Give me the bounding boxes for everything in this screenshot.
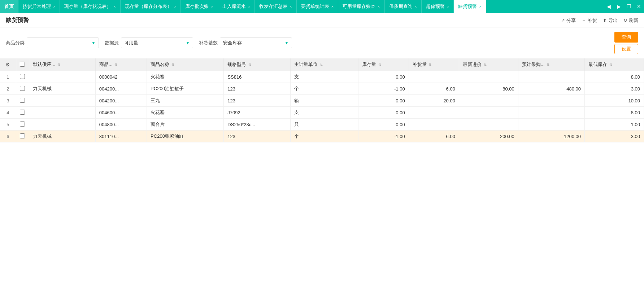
sort-icon-min-stock: ⇅ [609, 63, 612, 67]
sort-icon-unit: ⇅ [320, 63, 323, 67]
nav-tab-8[interactable]: 可用量库存账本 × [338, 0, 384, 13]
table-row: 1 0000042 火花塞 SS816 支 0.00 8.00 [0, 71, 644, 83]
column-gear[interactable]: ⚙ [0, 58, 16, 71]
replenish-basis-filter: 补货基数 安全库存 ▼ [199, 37, 292, 48]
product-category-select[interactable]: ▼ [27, 37, 99, 48]
row-product-name-1: 火花塞 [147, 71, 224, 83]
column-default-supplier: 默认供应... ⇅ [29, 58, 95, 71]
nav-tab-2[interactable]: 现存量（库存状况表） × [60, 0, 120, 13]
row-min-stock-3: 10.00 [585, 95, 644, 107]
data-source-arrow-icon: ▼ [186, 40, 190, 45]
settings-button[interactable]: 设置 [614, 44, 638, 54]
sort-icon-replenish: ⇅ [428, 63, 431, 67]
nav-tab-home[interactable]: 首页 [0, 0, 18, 13]
column-min-stock: 最低库存 ⇅ [585, 58, 644, 71]
row-number-5: 5 [0, 119, 16, 131]
sort-icon-stock: ⇅ [378, 63, 381, 67]
row-number-6: 6 [0, 131, 16, 142]
row-supplier-4 [29, 107, 95, 119]
data-source-value: 可用量 [124, 40, 138, 46]
row-spec-4: J7092 [224, 107, 291, 119]
nav-tab-9[interactable]: 保质期查询 × [385, 0, 422, 13]
replenish-icon: ＋ [582, 17, 586, 24]
close-tab-11-icon[interactable]: × [479, 4, 481, 9]
replenish-basis-select[interactable]: 安全库存 ▼ [220, 37, 292, 48]
row-number-2: 2 [0, 83, 16, 95]
product-category-label: 商品分类 [6, 40, 25, 46]
nav-tab-3[interactable]: 现存量（库存分布表） × [121, 0, 181, 13]
close-tab-3-icon[interactable]: × [174, 4, 176, 9]
row-select-checkbox-1[interactable] [20, 74, 25, 79]
row-select-checkbox-6[interactable] [20, 133, 25, 138]
nav-prev-button[interactable]: ◀ [604, 0, 614, 13]
row-select-checkbox-2[interactable] [20, 86, 25, 91]
close-tab-1-icon[interactable]: × [53, 4, 55, 9]
table-row: 5 004800... 离合片 DS250*23c... 只 0.00 1.00 [0, 119, 644, 131]
row-checkbox-2 [16, 83, 29, 95]
nav-tab-1[interactable]: 拣货异常处理 × [18, 0, 60, 13]
row-latest-price-5 [459, 119, 518, 131]
close-tab-7-icon[interactable]: × [331, 4, 334, 9]
export-action[interactable]: ⬆ 导出 [603, 17, 618, 24]
nav-restore-button[interactable]: ❐ [624, 0, 634, 13]
nav-tab-6[interactable]: 收发存汇总表 × [255, 0, 296, 13]
row-product-code-2: 004200... [95, 83, 147, 95]
close-tab-2-icon[interactable]: × [113, 4, 116, 9]
row-min-stock-1: 8.00 [585, 71, 644, 83]
gear-icon: ⚙ [5, 62, 10, 67]
nav-next-button[interactable]: ▶ [614, 0, 624, 13]
sort-icon-name: ⇅ [171, 63, 174, 67]
header-actions: ↗ 分享 ＋ 补货 ⬆ 导出 ↻ 刷新 [561, 17, 638, 24]
nav-tab-11[interactable]: 缺货预警 × [454, 0, 486, 13]
close-tab-10-icon[interactable]: × [447, 4, 449, 9]
sort-icon-estimated: ⇅ [547, 63, 549, 67]
row-estimated-purchase-3 [518, 95, 584, 107]
row-stock-3: 0.00 [358, 95, 409, 107]
column-spec: 规格型号 ⇅ [224, 58, 291, 71]
nav-tab-10[interactable]: 超储预警 × [422, 0, 454, 13]
row-spec-3: 123 [224, 95, 291, 107]
row-spec-2: 123 [224, 83, 291, 95]
nav-tab-4[interactable]: 库存批次账 × [181, 0, 218, 13]
close-tab-8-icon[interactable]: × [378, 4, 380, 9]
table-row: 2 力天机械 004200... PC200油缸缸子 123 个 -1.00 6… [0, 83, 644, 95]
row-latest-price-2: 80.00 [459, 83, 518, 95]
page-header: 缺货预警 ↗ 分享 ＋ 补货 ⬆ 导出 ↻ 刷新 [0, 13, 644, 27]
row-select-checkbox-4[interactable] [20, 110, 25, 115]
row-product-name-2: PC200油缸缸子 [147, 83, 224, 95]
column-estimated-purchase: 预计采购... ⇅ [518, 58, 584, 71]
row-estimated-purchase-4 [518, 107, 584, 119]
close-tab-5-icon[interactable]: × [248, 4, 250, 9]
table-header-row: ⚙ 默认供应... ⇅ 商品... ⇅ 商品名称 ⇅ [0, 58, 644, 71]
row-supplier-6: 力天机械 [29, 131, 95, 142]
row-product-name-6: PC200张紧油缸 [147, 131, 224, 142]
row-unit-2: 个 [290, 83, 358, 95]
row-select-checkbox-5[interactable] [20, 122, 25, 127]
row-replenish-qty-5 [409, 119, 459, 131]
replenish-basis-arrow-icon: ▼ [284, 40, 289, 45]
row-replenish-qty-1 [409, 71, 459, 83]
nav-tab-5[interactable]: 出入库流水 × [218, 0, 255, 13]
row-stock-5: 0.00 [358, 119, 409, 131]
row-latest-price-6: 200.00 [459, 131, 518, 142]
nav-tab-7[interactable]: 要货单统计表 × [297, 0, 338, 13]
row-unit-6: 个 [290, 131, 358, 142]
row-estimated-purchase-1 [518, 71, 584, 83]
refresh-action[interactable]: ↻ 刷新 [623, 17, 638, 24]
row-product-name-4: 火花塞 [147, 107, 224, 119]
share-action[interactable]: ↗ 分享 [561, 17, 576, 24]
select-all-checkbox[interactable] [20, 62, 25, 67]
query-button[interactable]: 查询 [614, 32, 638, 43]
data-source-select[interactable]: 可用量 ▼ [121, 37, 193, 48]
close-tab-4-icon[interactable]: × [211, 4, 213, 9]
replenish-action[interactable]: ＋ 补货 [582, 17, 597, 24]
row-replenish-qty-6: 6.00 [409, 131, 459, 142]
nav-close-button[interactable]: ✕ [634, 0, 644, 13]
row-replenish-qty-4 [409, 107, 459, 119]
row-select-checkbox-3[interactable] [20, 98, 25, 103]
close-tab-9-icon[interactable]: × [415, 4, 417, 9]
nav-arrows: ◀ ▶ ❐ ✕ [604, 0, 644, 13]
close-tab-6-icon[interactable]: × [290, 4, 292, 9]
row-checkbox-6 [16, 131, 29, 142]
row-stock-2: -1.00 [358, 83, 409, 95]
